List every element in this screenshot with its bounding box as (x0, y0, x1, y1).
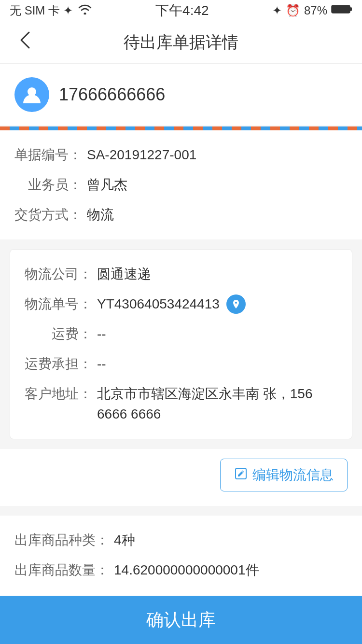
dashed-divider (0, 126, 362, 130)
goods-type-label: 出库商品种类： (14, 530, 109, 550)
goods-quantity-label: 出库商品数量： (14, 560, 109, 580)
logistics-company-row: 物流公司： 圆通速递 (25, 264, 337, 284)
address-value: 北京市市辖区海淀区永丰南 张，156 6666 6666 (97, 384, 337, 424)
wifi-icon (78, 4, 92, 17)
svg-rect-1 (333, 6, 349, 13)
address-label: 客户地址： (25, 384, 92, 404)
freight-value: -- (97, 324, 337, 344)
freight-label: 运费： (25, 324, 92, 344)
user-phone: 17666666666 (59, 84, 165, 105)
delivery-method-label: 交货方式： (14, 205, 82, 225)
outbound-section: 出库商品种类： 4种 出库商品数量： 14.620000000000001件 (0, 516, 362, 595)
location-icon[interactable] (226, 294, 246, 314)
address-row: 客户地址： 北京市市辖区海淀区永丰南 张，156 6666 6666 (25, 384, 337, 424)
logistics-company-value: 圆通速递 (97, 264, 337, 284)
goods-type-row: 出库商品种类： 4种 (14, 530, 348, 550)
salesperson-label: 业务员： (14, 175, 82, 195)
doc-number-label: 单据编号： (14, 145, 82, 165)
user-card: 17666666666 (0, 64, 362, 126)
edit-logistics-btn-wrap: 编辑物流信息 (0, 449, 362, 506)
page-title: 待出库单据详情 (124, 31, 238, 54)
goods-quantity-row: 出库商品数量： 14.620000000000001件 (14, 560, 348, 580)
edit-logistics-button[interactable]: 编辑物流信息 (220, 459, 348, 491)
salesperson-value: 曾凡杰 (87, 175, 348, 195)
goods-type-value: 4种 (114, 530, 348, 550)
logistics-card: 物流公司： 圆通速递 物流单号： YT43064053424413 运费： --… (10, 249, 352, 439)
svg-rect-2 (350, 7, 352, 11)
status-time: 下午4:42 (155, 1, 209, 20)
delivery-method-row: 交货方式： 物流 (14, 205, 348, 225)
tracking-number-text: YT43064053424413 (97, 294, 220, 314)
tracking-number-label: 物流单号： (25, 294, 92, 314)
status-bar: 无 SIM 卡 ✦ 下午4:42 ✦ ⏰ 87% (0, 0, 362, 21)
delivery-method-value: 物流 (87, 205, 348, 225)
carrier-text: 无 SIM 卡 ✦ (10, 3, 73, 18)
confirm-outbound-label: 确认出库 (146, 608, 216, 632)
tracking-number-row: 物流单号： YT43064053424413 (25, 294, 337, 314)
edit-icon (234, 467, 248, 484)
section-separator (0, 506, 362, 516)
battery-icon (331, 4, 352, 17)
logistics-company-label: 物流公司： (25, 264, 92, 284)
document-info-section: 单据编号： SA-20191227-001 业务员： 曾凡杰 交货方式： 物流 (0, 130, 362, 239)
freight-bearer-value: -- (97, 354, 337, 374)
freight-bearer-label: 运费承担： (25, 354, 92, 374)
doc-number-row: 单据编号： SA-20191227-001 (14, 145, 348, 165)
avatar (14, 77, 49, 112)
status-right: ✦ ⏰ 87% (272, 4, 352, 17)
doc-number-value: SA-20191227-001 (87, 145, 348, 165)
tracking-number-value: YT43064053424413 (97, 294, 337, 314)
goods-quantity-value: 14.620000000000001件 (114, 560, 348, 580)
battery-text: 87% (304, 4, 327, 17)
location-status-icon: ✦ (272, 4, 282, 17)
freight-row: 运费： -- (25, 324, 337, 344)
nav-bar: 待出库单据详情 (0, 21, 362, 64)
back-button[interactable] (14, 26, 36, 59)
freight-bearer-row: 运费承担： -- (25, 354, 337, 374)
status-left: 无 SIM 卡 ✦ (10, 3, 92, 18)
edit-logistics-label: 编辑物流信息 (252, 466, 334, 484)
content: 17666666666 单据编号： SA-20191227-001 业务员： 曾… (0, 64, 362, 644)
alarm-icon: ⏰ (286, 4, 300, 17)
salesperson-row: 业务员： 曾凡杰 (14, 175, 348, 195)
confirm-outbound-bar[interactable]: 确认出库 (0, 596, 362, 644)
